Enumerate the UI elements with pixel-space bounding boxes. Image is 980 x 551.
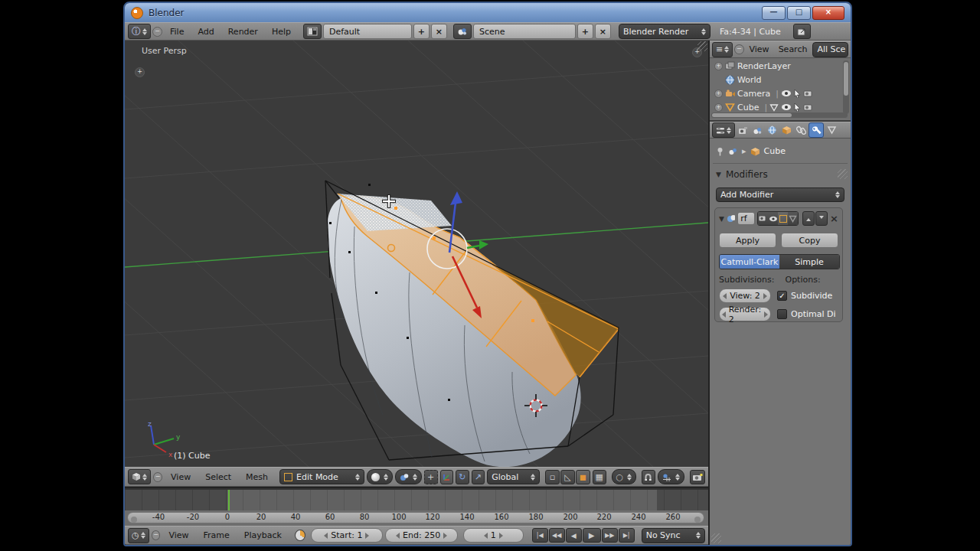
collapse-menus-icon[interactable]: − bbox=[152, 27, 162, 37]
selectability-cursor-icon[interactable] bbox=[794, 103, 801, 112]
close-button[interactable]: × bbox=[812, 6, 844, 20]
tab-render[interactable] bbox=[736, 123, 750, 137]
menu-file[interactable]: File bbox=[164, 27, 190, 37]
start-frame-field[interactable]: Start: 1 bbox=[311, 528, 384, 543]
modifier-collapse-icon[interactable]: ▼ bbox=[719, 215, 724, 223]
menu-tl-frame[interactable]: Frame bbox=[198, 530, 236, 540]
pivot-point-select[interactable] bbox=[395, 469, 422, 484]
end-frame-field[interactable]: End: 250 bbox=[385, 528, 458, 543]
subdivide-checkbox-box[interactable]: ✓ bbox=[777, 291, 787, 301]
outliner-item-world[interactable]: World bbox=[710, 73, 840, 86]
viewport-shading-select[interactable] bbox=[367, 469, 393, 484]
outliner-item-renderlayer[interactable]: + RenderLayer bbox=[710, 59, 840, 73]
menu-ol-search[interactable]: Search bbox=[775, 44, 812, 54]
add-scene-button[interactable]: + bbox=[577, 24, 593, 39]
current-frame-marker[interactable] bbox=[228, 490, 230, 510]
toolshelf-plus-icon[interactable]: + bbox=[135, 67, 145, 77]
modifier-move-down-button[interactable] bbox=[815, 211, 828, 226]
modifier-editmode-toggle[interactable] bbox=[778, 212, 788, 225]
delete-layout-button[interactable]: × bbox=[431, 24, 447, 39]
apply-button[interactable]: Apply bbox=[719, 233, 776, 248]
jump-to-end-button[interactable]: ▶| bbox=[619, 528, 635, 543]
menu-mesh[interactable]: Mesh bbox=[240, 472, 274, 482]
renderability-camera-icon[interactable] bbox=[803, 90, 813, 97]
tab-modifiers[interactable] bbox=[808, 122, 824, 138]
menu-tl-view[interactable]: View bbox=[162, 530, 194, 540]
modifier-delete-button[interactable]: × bbox=[830, 213, 838, 224]
maximize-button[interactable]: □ bbox=[787, 6, 811, 20]
jump-to-start-button[interactable]: |◀ bbox=[532, 528, 548, 543]
simple-button[interactable]: Simple bbox=[779, 255, 839, 269]
scale-manipulator-button[interactable]: ↗ bbox=[472, 470, 485, 484]
outliner-vscrollbar[interactable] bbox=[843, 60, 849, 114]
menu-view[interactable]: View bbox=[165, 472, 197, 482]
editor-type-button-3dview[interactable] bbox=[128, 469, 151, 484]
visibility-eye-icon[interactable] bbox=[781, 103, 792, 111]
renderability-camera-icon[interactable] bbox=[803, 103, 813, 111]
titlebar[interactable]: Blender — □ × bbox=[125, 3, 851, 23]
transform-orientation-select[interactable]: Global bbox=[487, 469, 540, 484]
rotate-manipulator-button[interactable]: ↻ bbox=[456, 470, 469, 484]
tab-scene[interactable] bbox=[750, 123, 764, 137]
menu-help[interactable]: Help bbox=[266, 27, 297, 37]
outliner-scope-select[interactable]: All Sce bbox=[812, 42, 848, 57]
snap-toggle-button[interactable] bbox=[642, 470, 655, 484]
proportional-edit-select[interactable]: ○ bbox=[612, 469, 637, 484]
delete-scene-button[interactable]: × bbox=[595, 24, 611, 39]
prev-keyframe-button[interactable]: ◀◀ bbox=[549, 528, 565, 543]
occlude-geometry-button[interactable]: ▦ bbox=[593, 470, 606, 484]
timeline-scroll-strip[interactable]: -40 -20 0 20 40 60 80 100 120 140 160 18… bbox=[125, 510, 708, 526]
viewport-corner-widget[interactable] bbox=[697, 41, 707, 51]
modifiers-panel-title[interactable]: ▼ Modifiers bbox=[716, 169, 768, 180]
modifier-view-toggle[interactable] bbox=[768, 212, 778, 225]
editor-type-button-timeline[interactable]: ◷ bbox=[128, 528, 149, 543]
edge-select-button[interactable]: ◺ bbox=[560, 470, 575, 484]
expand-icon[interactable]: + bbox=[714, 103, 723, 112]
opengl-render-button[interactable] bbox=[690, 470, 705, 484]
timeline-scrollbar[interactable] bbox=[127, 512, 704, 523]
outliner-hscrollbar[interactable] bbox=[711, 112, 848, 118]
viewport-3d[interactable]: User Persp + + z y x (1) Cube bbox=[125, 41, 708, 467]
catmull-clark-button[interactable]: Catmull-Clark bbox=[720, 255, 779, 269]
tab-world[interactable] bbox=[765, 123, 779, 137]
visibility-eye-icon[interactable] bbox=[781, 90, 792, 97]
face-select-button[interactable]: ◼ bbox=[576, 470, 590, 484]
tab-constraints[interactable] bbox=[794, 123, 808, 137]
pin-icon[interactable] bbox=[716, 147, 724, 156]
play-button[interactable]: ▶ bbox=[583, 528, 601, 543]
minimize-button[interactable]: — bbox=[762, 6, 786, 20]
selectability-cursor-icon[interactable] bbox=[794, 90, 801, 98]
render-subdivisions-stepper[interactable]: Render: 2 bbox=[719, 307, 771, 321]
play-reverse-button[interactable]: ◀ bbox=[566, 528, 582, 543]
panel-collapse-icon[interactable]: ▼ bbox=[716, 171, 721, 178]
screen-layout-field[interactable]: Default bbox=[323, 24, 412, 39]
vertex-select-button[interactable]: ▫ bbox=[545, 470, 560, 484]
render-engine-select[interactable]: Blender Render bbox=[619, 24, 710, 39]
modifier-move-up-button[interactable] bbox=[802, 211, 815, 226]
tab-data[interactable] bbox=[825, 123, 838, 137]
menu-tl-playback[interactable]: Playback bbox=[238, 530, 288, 540]
panel-drag-widget[interactable] bbox=[838, 169, 848, 179]
copy-button[interactable]: Copy bbox=[781, 233, 838, 248]
sync-mode-select[interactable]: No Sync bbox=[642, 528, 705, 543]
menu-ol-view[interactable]: View bbox=[746, 44, 773, 54]
snap-element-select[interactable] bbox=[658, 469, 684, 484]
modifier-render-toggle[interactable] bbox=[758, 212, 768, 225]
translate-manipulator-button[interactable] bbox=[440, 470, 454, 484]
mode-select[interactable]: Edit Mode bbox=[279, 469, 364, 484]
sync-pie-icon[interactable] bbox=[295, 530, 305, 541]
subdivide-checkbox[interactable]: ✓ Subdivide bbox=[777, 291, 832, 301]
menu-render[interactable]: Render bbox=[222, 27, 264, 37]
optimal-display-checkbox[interactable]: Optimal Di bbox=[777, 309, 836, 319]
view-subdivisions-stepper[interactable]: View: 2 bbox=[719, 289, 771, 303]
collapse-outliner-icon[interactable]: − bbox=[734, 44, 743, 54]
modifier-cage-toggle[interactable] bbox=[788, 212, 798, 225]
expand-icon[interactable]: + bbox=[714, 62, 723, 70]
scene-breadcrumb-icon[interactable] bbox=[728, 147, 738, 155]
breadcrumb-object[interactable]: Cube bbox=[764, 146, 786, 156]
scene-icon-button[interactable] bbox=[453, 24, 472, 39]
editor-type-button-outliner[interactable]: ≡ bbox=[712, 42, 733, 57]
current-frame-field[interactable]: 1 bbox=[463, 528, 524, 543]
editor-type-button-info[interactable]: ⓘ bbox=[128, 24, 151, 39]
menu-select[interactable]: Select bbox=[199, 472, 237, 482]
